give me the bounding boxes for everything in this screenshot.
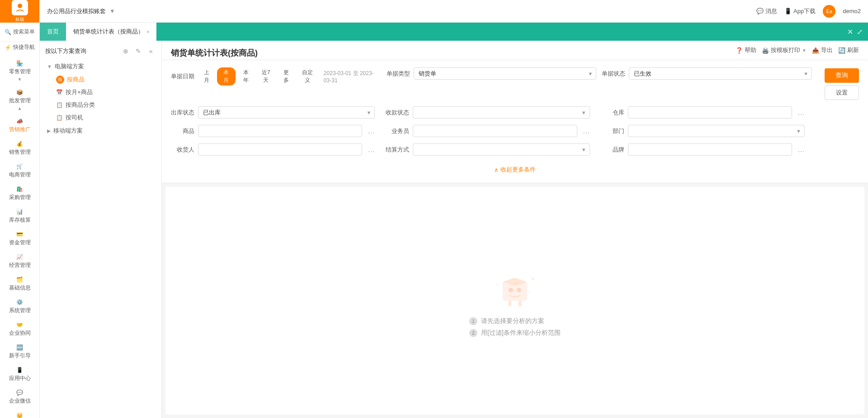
svg-point-2 bbox=[509, 288, 513, 292]
system-label: 系统管理 bbox=[9, 307, 31, 314]
date-btn-more[interactable]: 更多 bbox=[278, 67, 295, 86]
help-button[interactable]: ❓ 帮助 bbox=[736, 46, 756, 54]
sidebar-item-operation[interactable]: 📈 经营管理 bbox=[0, 250, 39, 273]
header-dropdown-icon[interactable]: ▼ bbox=[109, 8, 115, 14]
wechat-icon: 💬 bbox=[16, 390, 23, 396]
date-btn-last-month[interactable]: 上月 bbox=[198, 67, 215, 86]
brand-input[interactable] bbox=[628, 143, 792, 156]
sidebar-item-enterprise[interactable]: 🤝 企业协同 bbox=[0, 318, 39, 341]
refresh-button[interactable]: 🔄 刷新 bbox=[838, 46, 859, 54]
out-status-select[interactable]: 已出库 bbox=[198, 106, 375, 119]
retail-icon: 🏪 bbox=[16, 60, 23, 66]
tree-child-by-month-goods[interactable]: 📅 按月+商品 bbox=[40, 86, 161, 99]
sidebar-item-ecommerce[interactable]: 🛒 电商管理 bbox=[0, 160, 39, 182]
category-icon: 📋 bbox=[56, 102, 63, 108]
quick-nav[interactable]: ⚡ 快捷导航 bbox=[0, 42, 39, 53]
collect-status-select[interactable] bbox=[413, 106, 590, 119]
recipient-input[interactable] bbox=[198, 143, 362, 156]
marketing-icon: 📣 bbox=[16, 118, 23, 124]
sidebar-item-basic[interactable]: 🗂️ 基础信息 bbox=[0, 273, 39, 295]
warehouse-label: 仓库 bbox=[601, 109, 624, 117]
tab-active[interactable]: 销货单统计计表（按商品） × bbox=[66, 23, 156, 41]
tab-close-button[interactable]: × bbox=[146, 29, 149, 34]
sidebar-item-purchase[interactable]: 🛍️ 采购管理 bbox=[0, 182, 39, 205]
goods-input[interactable] bbox=[198, 125, 362, 137]
message-button[interactable]: 💬 消息 bbox=[756, 7, 777, 15]
retail-arrow: ▼ bbox=[18, 77, 22, 82]
filter-field-recipient: 收货人 … bbox=[171, 143, 375, 156]
search-icon: 🔍 bbox=[5, 29, 11, 35]
sidebar-item-sales[interactable]: 💰 销售管理 bbox=[0, 137, 39, 160]
doc-type-select[interactable]: 销货单 bbox=[414, 67, 597, 80]
username: demo2 bbox=[843, 8, 861, 14]
sidebar-item-system[interactable]: ⚙️ 系统管理 bbox=[0, 295, 39, 318]
basic-label: 基础信息 bbox=[9, 284, 31, 292]
recipient-dots[interactable]: … bbox=[368, 146, 375, 154]
sidebar-item-inventory[interactable]: 📊 库存核算 bbox=[0, 205, 39, 228]
goods-dots[interactable]: … bbox=[368, 127, 375, 135]
sidebar-item-marketing[interactable]: 📣 营销推广 bbox=[0, 114, 39, 137]
collapse-more-conditions-button[interactable]: ∧ 收起更多条件 bbox=[171, 162, 859, 176]
export-button[interactable]: 📤 导出 bbox=[812, 46, 833, 54]
sidebar-item-wechat[interactable]: 💬 企业微信 bbox=[0, 386, 39, 408]
brand-dots[interactable]: … bbox=[797, 146, 805, 154]
filter-field-out-status: 出库状态 已出库 ▼ bbox=[171, 106, 375, 119]
salesman-dots[interactable]: … bbox=[583, 127, 590, 135]
tree-child-by-driver[interactable]: 📋 按司机 bbox=[40, 111, 161, 124]
date-label: 单据日期 bbox=[171, 72, 194, 81]
edit-icon: ✎ bbox=[136, 48, 141, 55]
sidebar-item-apps[interactable]: 📱 应用中心 bbox=[0, 363, 39, 386]
query-actions: 查询 设置 bbox=[817, 67, 859, 100]
dept-select[interactable] bbox=[628, 125, 805, 137]
warehouse-dots[interactable]: … bbox=[797, 109, 805, 117]
search-menu-button[interactable]: 🔍 搜索菜单 bbox=[3, 26, 37, 38]
empty-state: ✦ ✦ ✦ 1 请先选择要分析的方案 2 用[过滤]条件来缩小分析范围 bbox=[165, 187, 864, 414]
tab-controls: ✕ ⤢ bbox=[842, 28, 868, 36]
salesman-input[interactable] bbox=[413, 125, 577, 137]
collapse-panel-button[interactable]: « bbox=[146, 46, 156, 56]
help-icon: ❓ bbox=[736, 47, 743, 54]
query-button[interactable]: 查询 bbox=[825, 68, 859, 83]
tree-section-label-computer: 电脑端方案 bbox=[55, 62, 84, 71]
sidebar-item-retail[interactable]: 🏪 零售管理 ▼ bbox=[0, 57, 39, 86]
tree-section-mobile[interactable]: ▶ 移动端方案 bbox=[40, 124, 161, 138]
avatar[interactable]: Ea bbox=[823, 5, 835, 18]
ecommerce-label: 电商管理 bbox=[9, 171, 31, 179]
left-panel-actions: ⊕ ✎ « bbox=[121, 46, 156, 56]
add-icon: ⊕ bbox=[123, 48, 128, 55]
collect-status-wrapper: ▼ bbox=[413, 106, 590, 119]
inventory-label: 库存核算 bbox=[9, 216, 31, 224]
template-print-button[interactable]: 🖨️ 按模板打印 ▼ bbox=[762, 46, 807, 54]
app-download-button[interactable]: 📱 App下载 bbox=[784, 7, 816, 15]
doc-status-select[interactable]: 已生效 bbox=[629, 67, 812, 80]
edit-scheme-button[interactable]: ✎ bbox=[133, 46, 143, 56]
logo[interactable]: 标版 bbox=[0, 0, 39, 23]
settings-button[interactable]: 设置 bbox=[825, 86, 859, 100]
empty-illustration: ✦ ✦ ✦ bbox=[488, 265, 542, 310]
filter-row-4: 收货人 … 结算方式 ▼ bbox=[171, 143, 859, 156]
date-btn-this-month[interactable]: 本月 bbox=[217, 67, 236, 86]
apps-icon: 📱 bbox=[16, 367, 23, 373]
sidebar-item-guide[interactable]: 🆕 新手引导 bbox=[0, 341, 39, 363]
sidebar-item-member[interactable]: 👑 畅会员 bbox=[0, 408, 39, 418]
filter-field-collect-status: 收款状态 ▼ bbox=[386, 106, 590, 119]
finance-icon: 💳 bbox=[16, 231, 23, 238]
tree-child-by-goods[interactable]: 按 按商品 bbox=[40, 73, 161, 86]
doc-status-wrapper: 已生效 ▼ bbox=[629, 67, 812, 80]
tree-child-by-category[interactable]: 📋 按商品分类 bbox=[40, 99, 161, 111]
date-btn-this-year[interactable]: 本年 bbox=[237, 67, 255, 86]
filter-row-3: 商品 … 业务员 … 部门 bbox=[171, 125, 859, 137]
payment-select[interactable] bbox=[413, 143, 590, 156]
date-btn-custom[interactable]: 自定义 bbox=[297, 67, 318, 86]
add-scheme-button[interactable]: ⊕ bbox=[121, 46, 131, 56]
tab-home[interactable]: 首页 bbox=[40, 23, 66, 41]
avatar-text: Ea bbox=[826, 9, 832, 14]
sidebar-item-finance[interactable]: 💳 资金管理 bbox=[0, 228, 39, 250]
tree-section-computer[interactable]: ▼ 电脑端方案 bbox=[40, 60, 161, 73]
warehouse-input[interactable] bbox=[628, 106, 792, 119]
left-panel-header: 按以下方案查询 ⊕ ✎ « bbox=[40, 46, 161, 60]
sidebar-item-wholesale[interactable]: 📦 批发管理 ▲ bbox=[0, 86, 39, 114]
date-btn-7days[interactable]: 近7天 bbox=[256, 67, 276, 86]
tab-expand-icon[interactable]: ⤢ bbox=[857, 28, 863, 36]
tab-close-icon[interactable]: ✕ bbox=[847, 28, 853, 36]
